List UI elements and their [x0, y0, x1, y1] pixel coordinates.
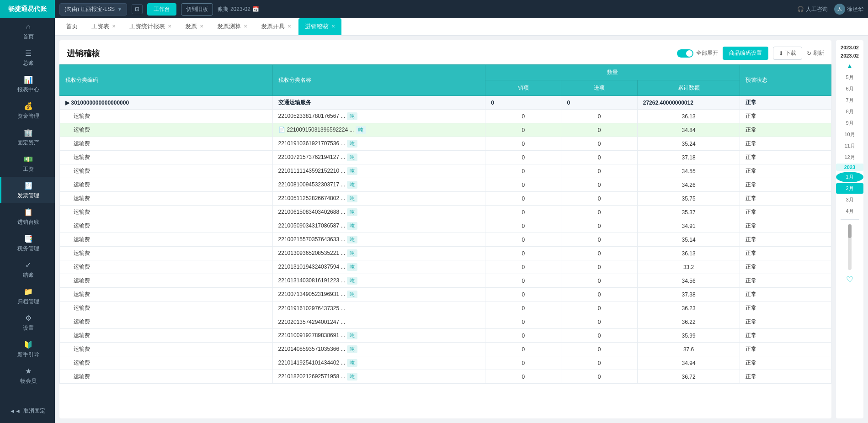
table-row[interactable]: 运输费 22100509034317086587 ... 吨 0 0 34.91… — [60, 219, 831, 233]
table-row[interactable]: 运输费 22100523381780176567 ... 吨 0 0 36.13… — [60, 110, 831, 123]
sidebar-item-ledger[interactable]: ☰ 总账 — [0, 44, 55, 71]
month-sep[interactable]: 9月 — [836, 118, 863, 128]
cell-purchase: 0 — [561, 192, 637, 206]
tab-label: 发票 — [185, 22, 197, 31]
table-row[interactable]: 运输费 22100721573762194127 ... 吨 0 0 37.18… — [60, 151, 831, 164]
month-aug[interactable]: 8月 — [836, 106, 863, 117]
month-mar[interactable]: 3月 — [836, 195, 863, 205]
cell-sales: 0 — [485, 356, 561, 370]
active-year-label: 2023 — [836, 164, 863, 171]
month-may[interactable]: 5月 — [836, 72, 863, 83]
sidebar-item-settlement[interactable]: ✓ 结账 — [0, 256, 55, 283]
sidebar-item-salary[interactable]: 💵 工资 — [0, 150, 55, 177]
cell-status: 正常 — [740, 288, 831, 301]
sidebar-item-archive[interactable]: 📁 归档管理 — [0, 283, 55, 309]
month-nov[interactable]: 11月 — [836, 141, 863, 151]
table-row[interactable]: 运输费 22100713490523196931 ... 吨 0 0 37.38… — [60, 288, 831, 301]
table-row[interactable]: ▶ 3010000000000000000 交通运输服务 0 0 27262.4… — [60, 96, 831, 110]
close-icon[interactable]: ✕ — [112, 24, 116, 29]
tab-home[interactable]: 首页 — [59, 18, 84, 35]
tab-salary-report[interactable]: 工资统计报表 ✕ — [123, 18, 178, 35]
month-jun[interactable]: 6月 — [836, 84, 863, 94]
table-row[interactable]: 运输费 22100215570357643633 ... 吨 0 0 35.14… — [60, 233, 831, 247]
sidebar-item-settings[interactable]: ⚙ 设置 — [0, 309, 55, 336]
sidebar-item-invoice[interactable]: 🧾 发票管理 — [0, 177, 55, 203]
th-quantity-group: 数量 — [485, 65, 740, 80]
workbench-button[interactable]: 工作台 — [147, 3, 176, 16]
download-button[interactable]: ⬇ 下载 — [773, 47, 802, 60]
table-row[interactable]: 运输费 22100511252826674802 ... 吨 0 0 35.75… — [60, 192, 831, 206]
support-button[interactable]: 🎧 人工咨询 — [797, 5, 828, 13]
table-row[interactable]: 运输费 22101408593571035366 ... 吨 0 0 37.6 … — [60, 343, 831, 356]
month-oct[interactable]: 10月 — [836, 129, 863, 140]
sidebar-item-label: 归档管理 — [17, 298, 39, 306]
sidebar-item-home[interactable]: ⌂ 首页 — [0, 18, 55, 44]
sidebar-item-guide[interactable]: 🔰 新手引导 — [0, 336, 55, 362]
tab-invoice-issue[interactable]: 发票开具 ✕ — [255, 18, 298, 35]
close-icon[interactable]: ✕ — [244, 24, 247, 29]
cell-purchase: 0 — [561, 274, 637, 288]
favorite-icon[interactable]: ♡ — [846, 275, 853, 285]
sidebar-item-member[interactable]: ★ 畅会员 — [0, 362, 55, 389]
month-feb[interactable]: 2月 — [836, 183, 863, 194]
tab-invoice-calc[interactable]: 发票测算 ✕ — [211, 18, 254, 35]
sidebar: 畅捷通易代账 ⌂ 首页 ☰ 总账 📊 报表中心 💰 资金管理 🏢 固定资产 💵 … — [0, 0, 55, 423]
table-row[interactable]: 运输费 22101820212692571958 ... 吨 0 0 36.72… — [60, 370, 831, 384]
nav-up-arrow[interactable]: ▲ — [845, 60, 855, 71]
close-icon[interactable]: ✕ — [200, 24, 203, 29]
cell-name: 22100721573762194127 ... 吨 — [272, 151, 485, 164]
company-selector[interactable]: (勾由) 江西报宝-LSS ▼ — [59, 3, 127, 16]
cell-cumulative: 36.13 — [637, 110, 740, 123]
support-label: 人工咨询 — [806, 5, 828, 13]
month-apr[interactable]: 4月 — [836, 206, 863, 217]
table-row[interactable]: 运输费 22101309365208535221 ... 吨 0 0 36.13… — [60, 247, 831, 260]
table-row[interactable]: 运输费 22101314030816191223 ... 吨 0 0 34.56… — [60, 274, 831, 288]
unpin-button[interactable]: ◄◄ 取消固定 — [0, 403, 55, 418]
table-row[interactable]: 运输费 22101419254101434402 ... 吨 0 0 34.94… — [60, 356, 831, 370]
cell-purchase: 0 — [561, 301, 637, 315]
table-row[interactable]: 运输费 22101916102976437325 ... 0 0 36.23 正… — [60, 301, 831, 315]
close-icon[interactable]: ✕ — [168, 24, 171, 29]
tab-sales-reconcile[interactable]: 进销稽核 ✕ — [298, 18, 341, 35]
expand-toggle[interactable]: 全部展开 — [677, 49, 718, 58]
table-row[interactable]: 运输费 22100810094532303717 ... 吨 0 0 34.26… — [60, 178, 831, 192]
sidebar-item-reports[interactable]: 📊 报表中心 — [0, 71, 55, 97]
sidebar-item-tax[interactable]: 📑 税务管理 — [0, 230, 55, 256]
cell-name: 22100523381780176567 ... 吨 — [272, 110, 485, 123]
cell-cumulative: 36.23 — [637, 301, 740, 315]
user-menu[interactable]: 人 徐泾华 — [834, 4, 863, 15]
table-row[interactable]: 运输费 📄22100915031396592224 ... 吨 0 0 34.8… — [60, 123, 831, 137]
calendar-icon[interactable]: 📅 — [252, 6, 259, 12]
period-display: 账期 2023-02 📅 — [218, 5, 259, 13]
month-jul[interactable]: 7月 — [836, 95, 863, 106]
close-icon[interactable]: ✕ — [288, 24, 291, 29]
month-dec[interactable]: 12月 — [836, 152, 863, 163]
cell-cumulative: 27262.40000000012 — [637, 96, 740, 110]
toggle-label: 全部展开 — [696, 49, 718, 57]
switch-old-button[interactable]: 切到旧版 — [181, 3, 213, 16]
cell-code: 运输费 — [60, 370, 273, 384]
sidebar-item-sales-ledger[interactable]: 📋 进销台账 — [0, 203, 55, 230]
table-row[interactable]: 运输费 22101111143592152210 ... 吨 0 0 34.55… — [60, 164, 831, 178]
sidebar-item-label: 报表中心 — [17, 86, 39, 94]
table-row[interactable]: 运输费 22101310194324037594 ... 吨 0 0 33.2 … — [60, 260, 831, 274]
cell-sales: 0 — [485, 164, 561, 178]
toggle-track[interactable] — [677, 49, 693, 58]
refresh-button[interactable]: ↻ 刷新 — [807, 49, 824, 57]
month-jan[interactable]: 1月 — [836, 172, 863, 182]
tab-salary-table[interactable]: 工资表 ✕ — [85, 18, 122, 35]
table-row[interactable]: 运输费 22101009192789838691 ... 吨 0 0 35.99… — [60, 329, 831, 343]
table-row[interactable]: 运输费 22102013574294001247 ... 0 0 36.22 正… — [60, 315, 831, 329]
copy-button[interactable]: ⊡ — [132, 4, 143, 14]
sidebar-item-capital[interactable]: 💰 资金管理 — [0, 97, 55, 124]
sidebar-item-fixed-assets[interactable]: 🏢 固定资产 — [0, 124, 55, 150]
table-row[interactable]: 运输费 22100615083403402688 ... 吨 0 0 35.37… — [60, 206, 831, 219]
cell-code: 运输费 — [60, 110, 273, 123]
table-row[interactable]: 运输费 22101910361921707536 ... 吨 0 0 35.24… — [60, 137, 831, 151]
close-icon[interactable]: ✕ — [331, 24, 335, 29]
cell-status: 正常 — [740, 260, 831, 274]
product-settings-button[interactable]: 商品编码设置 — [723, 47, 768, 60]
main-table: 税收分类编码 税收分类名称 数量 预警状态 销项 进项 累计数额 ▶ 3 — [59, 64, 831, 384]
tab-invoice[interactable]: 发票 ✕ — [179, 18, 210, 35]
scrollbar-thumb[interactable] — [848, 224, 852, 238]
